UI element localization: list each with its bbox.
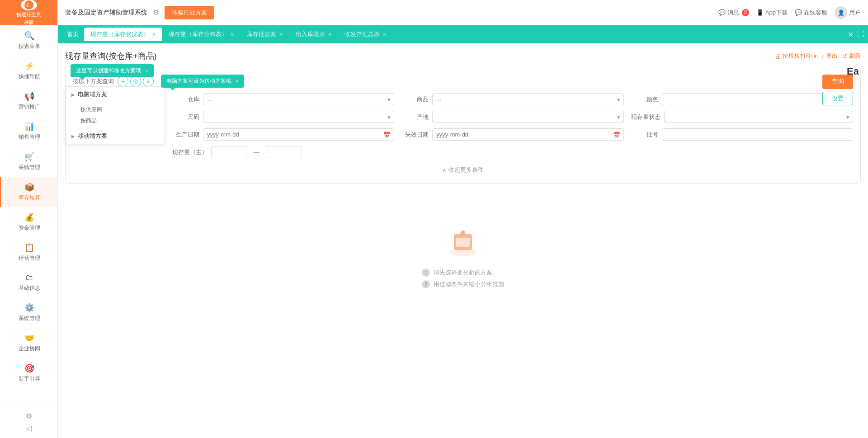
back-icon: « — [146, 78, 150, 85]
notifications-item[interactable]: 💬 消息 8 — [718, 9, 749, 17]
topbar-right: 💬 消息 8 📱 App下载 💬 在线客服 👤 用户 — [718, 6, 861, 19]
back-scheme-btn[interactable]: « — [143, 76, 154, 87]
field-expiry-date: 失效日期 📅 — [401, 128, 623, 141]
sidebar-item-capital[interactable]: 💰 资金管理 — [0, 207, 57, 237]
sidebar-item-marketing[interactable]: 📢 营销推广 — [0, 86, 57, 116]
pc-scheme-label: 电脑端方案 — [78, 90, 107, 99]
inventory-status-select[interactable] — [664, 111, 853, 123]
topbar-left: 装备及固定资产辅助管理系统 ⚙ 体验行业方案 — [65, 6, 214, 19]
tab-close-all-icon[interactable]: ✕ — [848, 30, 854, 39]
scheme-child-1[interactable]: 按供应商 — [77, 104, 159, 115]
tooltip1-text: 电脑方案可设为移动方案哦 — [166, 78, 231, 84]
system-icon: ⚙️ — [24, 303, 34, 313]
pc-scheme-item[interactable]: ▶ 电脑端方案 — [66, 87, 165, 102]
origin-select-wrapper — [432, 111, 623, 123]
tip-num-1: 1 — [422, 268, 430, 277]
capital-icon: 💰 — [24, 212, 34, 222]
mobile-scheme-item[interactable]: ▶ 移动端方案 — [66, 128, 165, 144]
sidebar-item-guide[interactable]: 🎯 新手引导 — [0, 358, 57, 388]
app-version: 标版 — [24, 19, 34, 26]
tab-summary[interactable]: 收发存汇总表 ✕ — [338, 28, 393, 41]
refresh-icon: ↺ — [842, 53, 847, 60]
industry-btn[interactable]: 体验行业方案 — [165, 6, 214, 19]
svg-point-0 — [24, 0, 33, 9]
enterprise-icon: 🤝 — [24, 333, 34, 343]
tab-flow[interactable]: 出入库流水 ✕ — [289, 28, 338, 41]
guide-icon: 🎯 — [24, 363, 34, 373]
refresh-btn[interactable]: ↺ 刷新 — [842, 52, 861, 60]
search-fields: 仓库 ... 商品 ... — [172, 93, 853, 158]
tab-close-inventory-status[interactable]: ✕ — [152, 32, 156, 38]
settings-icon[interactable]: ⚙ — [26, 412, 32, 420]
tooltip1-close[interactable]: × — [236, 78, 238, 84]
production-date-input[interactable] — [203, 128, 394, 141]
expiry-date-input[interactable] — [432, 128, 623, 141]
field-batch: 批号 — [631, 128, 853, 141]
inventory-qty-from-input[interactable] — [211, 146, 247, 158]
tooltip2-text: 这里可以创建和修改方案哦 — [76, 67, 141, 74]
warehouse-select[interactable]: ... — [203, 93, 394, 105]
search-header-actions: + ⊙ « — [118, 76, 154, 87]
svg-rect-6 — [462, 231, 464, 234]
topbar-settings-icon[interactable]: ⚙ — [153, 8, 159, 17]
tab-close-summary[interactable]: ✕ — [382, 32, 387, 38]
logo-area: 6 畅通好生意 标版 — [0, 0, 57, 25]
search-collapse-btn[interactable]: ∧ 收起更多条件 — [73, 163, 853, 177]
empty-tip-2-text: 用过滤条件来缩小分析范围 — [434, 280, 504, 288]
add-scheme-btn[interactable]: + — [118, 76, 128, 87]
sidebar-item-sales[interactable]: 📊 销售管理 — [0, 116, 57, 146]
sidebar-item-operations[interactable]: 📋 经营管理 — [0, 237, 57, 268]
scheme-child-2[interactable]: 按商品 — [77, 115, 159, 127]
sidebar-nav: 🔍 搜索菜单 ⚡ 快捷导航 📢 营销推广 📊 销售管理 🛒 采购管理 📦 — [0, 25, 57, 406]
collapse-label: 收起更多条件 — [448, 166, 484, 174]
sidebar-item-basic[interactable]: 🗂 基础信息 — [0, 268, 57, 297]
tab-close-batch[interactable]: ✕ — [279, 32, 283, 38]
support-item[interactable]: 💬 在线客服 — [795, 9, 827, 17]
empty-state: 1 请先选择要分析的方案 2 用过滤条件来缩小分析范围 — [65, 189, 861, 325]
pc-scheme-sub1: 按供应商 按商品 — [66, 102, 165, 128]
product-select[interactable]: ... — [432, 93, 623, 105]
sidebar-item-quick[interactable]: ⚡ 快捷导航 — [0, 56, 57, 86]
tab-close-inventory-dist[interactable]: ✕ — [230, 32, 234, 38]
export-btn[interactable]: ↓ 导出 — [821, 52, 838, 60]
tab-fullscreen-icon[interactable]: ⛶ — [857, 30, 864, 38]
tab-close-flow[interactable]: ✕ — [328, 32, 332, 38]
field-product-label: 商品 — [401, 95, 429, 104]
expiry-date-input-wrapper: 📅 — [432, 128, 623, 141]
expiry-date-cal-icon[interactable]: 📅 — [613, 131, 620, 138]
inventory-qty-to-input[interactable] — [266, 146, 302, 158]
tab-batch[interactable]: 库存批次账 ✕ — [241, 28, 289, 41]
tooltip2-close[interactable]: × — [145, 68, 148, 73]
tab-inventory-dist[interactable]: 现存量（库存分布表） ✕ — [162, 28, 241, 41]
sidebar-item-system[interactable]: ⚙️ 系统管理 — [0, 297, 57, 328]
size-select[interactable] — [203, 111, 394, 123]
copy-icon: ⊙ — [133, 78, 138, 85]
marketing-icon: 📢 — [24, 91, 34, 101]
copy-scheme-btn[interactable]: ⊙ — [130, 76, 141, 87]
batch-input[interactable] — [662, 128, 853, 141]
tooltip1-arrow — [170, 88, 175, 90]
reset-btn[interactable]: 设置 — [822, 92, 853, 105]
inventory-status-select-wrapper — [664, 111, 853, 123]
production-date-cal-icon[interactable]: 📅 — [383, 131, 391, 138]
search-row-4: 现存量（主） — — [172, 146, 853, 158]
sales-icon: 📊 — [24, 122, 34, 132]
template-print-btn[interactable]: 🖨 按模板打印 ▾ — [775, 52, 817, 60]
origin-select[interactable] — [432, 111, 623, 123]
tooltip2-container: 这里可以创建和修改方案哦 × — [71, 64, 154, 77]
logo-icon: 6 — [21, 0, 37, 10]
app-download-item[interactable]: 📱 App下载 — [756, 9, 788, 17]
sidebar-item-purchase[interactable]: 🛒 采购管理 — [0, 146, 57, 177]
sidebar-item-enterprise[interactable]: 🤝 企业协同 — [0, 328, 57, 358]
field-color-label: 颜色 — [631, 95, 658, 104]
collapse-sidebar-icon[interactable]: ◁ — [26, 424, 32, 433]
mobile-scheme-label: 移动端方案 — [78, 132, 107, 140]
sidebar-item-inventory[interactable]: 📦 库存核算 — [0, 177, 57, 207]
user-item[interactable]: 👤 用户 — [835, 6, 861, 19]
size-select-wrapper — [203, 111, 394, 123]
tab-home[interactable]: 首页 — [61, 28, 84, 41]
sidebar-item-search[interactable]: 🔍 搜索菜单 — [0, 25, 57, 56]
support-label: 在线客服 — [804, 9, 827, 17]
tab-inventory-status[interactable]: 现存量（库存状况表） ✕ — [84, 28, 162, 41]
topbar: 装备及固定资产辅助管理系统 ⚙ 体验行业方案 💬 消息 8 📱 App下载 💬 … — [58, 0, 868, 25]
